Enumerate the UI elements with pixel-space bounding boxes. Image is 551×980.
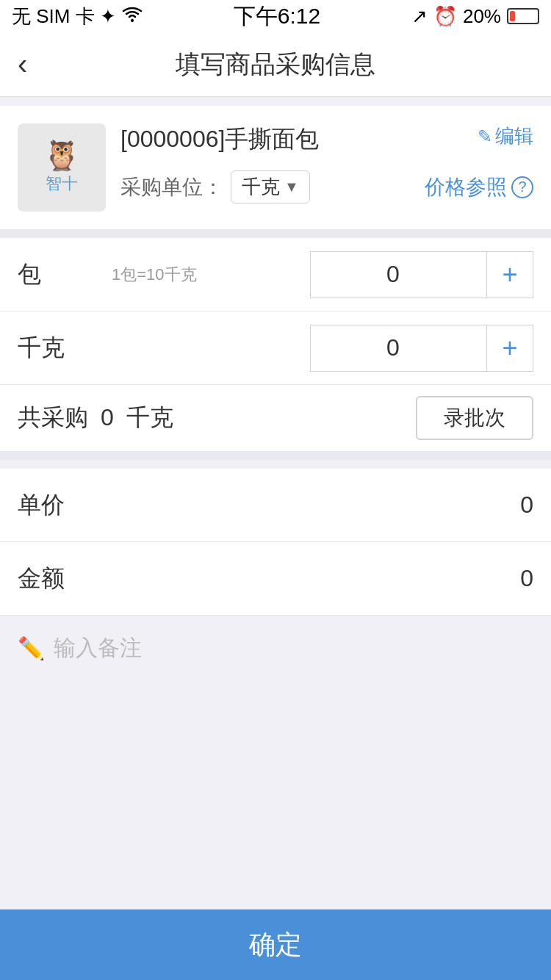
total-label: 共采购 0 千克 [18, 402, 173, 434]
dropdown-icon: ▼ [284, 179, 299, 195]
back-button[interactable]: ‹ [10, 40, 35, 88]
unit-value: 千克 [242, 174, 280, 200]
total-row: 共采购 0 千克 录批次 [0, 385, 551, 451]
separator-2 [0, 451, 551, 460]
separator-1 [0, 229, 551, 238]
help-icon: ? [511, 176, 533, 198]
battery-icon [507, 8, 539, 24]
brand-label: 智十 [46, 173, 78, 195]
product-info: [0000006]手撕面包 ✎ 编辑 采购单位： 千克 ▼ 价格参照 ? [120, 123, 533, 203]
notes-input[interactable]: 输入备注 [54, 633, 142, 663]
page-title: 填写商品采购信息 [176, 48, 375, 82]
empty-area [0, 681, 551, 901]
bag-label: 包 [18, 259, 106, 291]
pencil-icon: ✏️ [18, 635, 45, 661]
unit-price-label: 单价 [18, 489, 65, 522]
product-header: [0000006]手撕面包 ✎ 编辑 [120, 123, 533, 156]
battery-percent: 20% [463, 5, 501, 28]
bag-input-row: 包 1包=10千克 + [0, 238, 551, 311]
record-batch-button[interactable]: 录批次 [416, 396, 533, 440]
price-info-section: 单价 0 金额 0 [0, 469, 551, 616]
bag-sub-label: 1包=10千克 [112, 264, 197, 286]
confirm-button[interactable]: 确定 [0, 909, 551, 980]
kg-label: 千克 [18, 332, 106, 364]
kg-plus-button[interactable]: + [486, 325, 533, 372]
confirm-label: 确定 [249, 927, 302, 963]
amount-row: 金额 0 [0, 542, 551, 616]
edit-button[interactable]: ✎ 编辑 [478, 123, 533, 149]
price-reference-button[interactable]: 价格参照 ? [425, 173, 533, 201]
status-right: ↗ ⏰ 20% [411, 5, 539, 28]
notes-section[interactable]: ✏️ 输入备注 [0, 616, 551, 681]
svg-point-0 [131, 19, 134, 22]
wifi-icon [122, 5, 143, 28]
bag-plus-button[interactable]: + [486, 251, 533, 298]
product-name: [0000006]手撕面包 [120, 123, 319, 156]
unit-price-row: 单价 0 [0, 469, 551, 542]
record-batch-label: 录批次 [444, 404, 505, 432]
kg-quantity-input[interactable] [310, 325, 486, 372]
product-thumbnail: 🦉 智十 [18, 123, 106, 212]
location-icon: ↗ [411, 5, 428, 28]
status-bar: 无 SIM 卡 ✦ 下午6:12 ↗ ⏰ 20% [0, 0, 551, 32]
kg-input-controls: + [310, 325, 533, 372]
amount-value: 0 [520, 565, 533, 592]
alarm-icon: ⏰ [433, 5, 457, 28]
status-time: 下午6:12 [234, 1, 320, 32]
nav-bar: ‹ 填写商品采购信息 [0, 32, 551, 97]
status-left: 无 SIM 卡 ✦ [12, 4, 143, 29]
product-unit-row: 采购单位： 千克 ▼ 价格参照 ? [120, 170, 533, 203]
edit-icon: ✎ [478, 126, 492, 147]
product-card: 🦉 智十 [0000006]手撕面包 ✎ 编辑 采购单位： 千克 ▼ [0, 106, 551, 229]
unit-select[interactable]: 千克 ▼ [231, 170, 310, 203]
owl-icon: 🦉 [43, 140, 80, 170]
kg-input-row: 千克 + [0, 311, 551, 385]
bag-quantity-input[interactable] [310, 251, 486, 298]
unit-price-value: 0 [520, 491, 533, 519]
amount-label: 金额 [18, 563, 65, 595]
unit-label: 采购单位： 千克 ▼ [120, 170, 310, 203]
edit-label: 编辑 [495, 123, 533, 149]
input-section: 包 1包=10千克 + 千克 + [0, 238, 551, 385]
price-ref-label: 价格参照 [425, 173, 507, 201]
sim-status: 无 SIM 卡 ✦ [12, 4, 116, 29]
bag-input-controls: + [310, 251, 533, 298]
